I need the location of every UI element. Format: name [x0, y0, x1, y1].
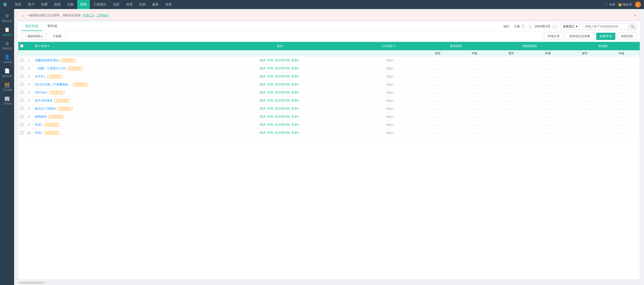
nav-management[interactable]: 管理 — [123, 0, 136, 9]
horizontal-scrollbar[interactable] — [18, 281, 640, 284]
op-btn-1[interactable]: 申报 — [267, 99, 273, 102]
client-name-text[interactable]: 勿删新税网络通信 — [35, 59, 59, 62]
op-btn-1[interactable]: 申报 — [267, 59, 273, 62]
client-name-text[interactable]: 杨仙女工资测试 — [35, 107, 56, 110]
search-input[interactable] — [583, 24, 628, 29]
client-name-text[interactable]: 科目2 — [35, 131, 43, 134]
client-name-text[interactable]: 2007会计 — [35, 91, 48, 94]
row-checkbox-3[interactable] — [20, 83, 23, 86]
banner-close-btn[interactable]: ✕ — [634, 14, 637, 18]
client-name-text[interactable]: 合作社1 — [35, 75, 46, 78]
op-btn-2[interactable]: 设为零申报 — [275, 67, 290, 70]
op-btn-2[interactable]: 设为零申报 — [275, 83, 290, 86]
op-btn-1[interactable]: 申报 — [267, 123, 273, 126]
nav-settings[interactable]: 设置 — [162, 0, 175, 9]
subtab-small-scale[interactable]: 小规模 — [49, 33, 65, 40]
sidebar-item-personal-tax[interactable]: 👤 个税申报 — [0, 52, 14, 66]
row-checkbox-0[interactable] — [20, 59, 23, 62]
collect-receipt-btn[interactable]: 收取回执 — [617, 33, 637, 40]
nav-messages[interactable]: 消息 — [110, 0, 123, 9]
row-checkbox-5[interactable] — [20, 99, 23, 102]
op-btn-0[interactable]: 税表 — [260, 83, 266, 86]
sidebar-item-annual-report[interactable]: 🏢 工商年报 — [0, 94, 14, 108]
region-value[interactable]: 上海 — [514, 24, 520, 29]
op-btn-2[interactable]: 设为零申报 — [275, 99, 290, 102]
date-next-btn[interactable]: › — [552, 24, 557, 29]
op-btn-3[interactable]: 更多▾ — [291, 99, 299, 102]
op-btn-3[interactable]: 更多▾ — [291, 83, 299, 86]
op-btn-2[interactable]: 设为零申报 — [275, 123, 290, 126]
row-checkbox-4[interactable] — [20, 91, 23, 94]
client-name-text[interactable]: 科目1 — [35, 123, 43, 126]
client-name-text[interactable]: 2013日记账（不要删除哈... — [35, 83, 71, 86]
tab-zero-declaration[interactable]: 零申报 — [43, 22, 61, 31]
nav-service[interactable]: 服务 — [149, 0, 162, 9]
op-btn-3[interactable]: 更多▾ — [291, 59, 299, 62]
op-btn-0[interactable]: 税表 — [260, 59, 266, 62]
declaration-records-btn[interactable]: 申报记录 — [544, 33, 564, 40]
user-avatar[interactable]: U — [635, 2, 641, 8]
op-btn-0[interactable]: 税表 — [260, 131, 266, 134]
batch-declaration-btn[interactable]: 批量申报 — [596, 33, 615, 40]
sidebar-item-tax-overview[interactable]: 🖨 报税总览 — [0, 39, 14, 52]
op-btn-0[interactable]: 税表 — [260, 123, 266, 126]
nav-operations[interactable]: 经营 — [136, 0, 149, 9]
banner-link-summary[interactable]: 申报汇总 — [83, 13, 95, 18]
nav-invoice[interactable]: 票据 — [51, 0, 64, 9]
nav-home[interactable]: 首页 — [12, 0, 24, 9]
region-info-icon[interactable]: i — [521, 25, 525, 28]
client-name-text[interactable]: 地方水利基金 — [35, 99, 53, 102]
nav-tax[interactable]: 报税 — [77, 0, 90, 9]
op-btn-3[interactable]: 更多▾ — [291, 131, 299, 134]
subtab-general-taxpayer[interactable]: 一般的纳税人 — [21, 33, 47, 40]
banner-link-buy[interactable]: 立即购买 — [97, 13, 109, 18]
date-prev-btn[interactable]: ‹ — [528, 24, 533, 29]
op-btn-0[interactable]: 税表 — [260, 115, 266, 118]
sidebar-item-tax-settings[interactable]: ⚙ 报税设置 — [0, 11, 14, 25]
op-btn-0[interactable]: 税表 — [260, 91, 266, 94]
staff-selector[interactable]: 全部员工 ▾ — [560, 23, 580, 30]
client-name-text[interactable]: 辅助期初 — [35, 115, 47, 118]
nav-client[interactable]: 客户 — [25, 0, 37, 9]
nav-billing[interactable]: 收费 — [38, 0, 51, 9]
op-btn-3[interactable]: 更多▾ — [291, 123, 299, 126]
op-btn-2[interactable]: 设为零申报 — [275, 115, 290, 118]
op-btn-1[interactable]: 申报 — [267, 115, 273, 118]
op-btn-1[interactable]: 申报 — [267, 83, 273, 86]
op-btn-3[interactable]: 更多▾ — [291, 67, 299, 70]
op-btn-0[interactable]: 税表 — [260, 67, 266, 70]
op-btn-2[interactable]: 设为零申报 — [275, 107, 290, 110]
op-btn-0[interactable]: 税表 — [260, 75, 266, 78]
row-checkbox-9[interactable] — [20, 131, 23, 134]
op-btn-3[interactable]: 更多▾ — [291, 107, 299, 110]
op-btn-2[interactable]: 设为零申报 — [275, 75, 290, 78]
row-checkbox-1[interactable] — [20, 67, 23, 70]
op-btn-3[interactable]: 更多▾ — [291, 75, 299, 78]
client-name-text[interactable]: （勿删）江西股宝-LSS — [35, 67, 66, 70]
row-checkbox-2[interactable] — [20, 75, 23, 78]
op-btn-1[interactable]: 申报 — [267, 67, 273, 70]
member-btn[interactable]: 👑 畅会员 — [618, 3, 632, 7]
op-btn-1[interactable]: 申报 — [267, 91, 273, 94]
sort-icon[interactable]: ▾ — [48, 44, 49, 48]
tab-tax-declaration[interactable]: 税款申报 — [21, 22, 42, 31]
select-all-checkbox[interactable] — [20, 44, 23, 48]
sidebar-item-annual-settlement[interactable]: 🧮 汇算清缴 — [0, 80, 14, 94]
row-checkbox-7[interactable] — [20, 115, 23, 118]
sidebar-item-tax-records[interactable]: 📄 报税记录 — [0, 66, 14, 80]
sidebar-item-batch-tax[interactable]: 📋 批量报税 — [0, 25, 14, 39]
op-btn-0[interactable]: 税表 — [260, 107, 266, 110]
op-btn-1[interactable]: 申报 — [267, 107, 273, 110]
row-checkbox-8[interactable] — [20, 123, 23, 126]
nav-business[interactable]: 工商项目 — [90, 0, 109, 9]
search-button[interactable]: 🔍 — [628, 24, 637, 29]
op-btn-1[interactable]: 申报 — [267, 75, 273, 78]
op-btn-3[interactable]: 更多▾ — [291, 115, 299, 118]
op-btn-2[interactable]: 设为零申报 — [275, 59, 290, 62]
scroll-thumb[interactable] — [19, 282, 44, 283]
op-btn-0[interactable]: 税表 — [260, 99, 266, 102]
op-btn-2[interactable]: 设为零申报 — [275, 91, 290, 94]
op-btn-2[interactable]: 设为零申报 — [275, 131, 290, 134]
op-btn-3[interactable]: 更多▾ — [291, 91, 299, 94]
row-checkbox-6[interactable] — [20, 107, 23, 110]
